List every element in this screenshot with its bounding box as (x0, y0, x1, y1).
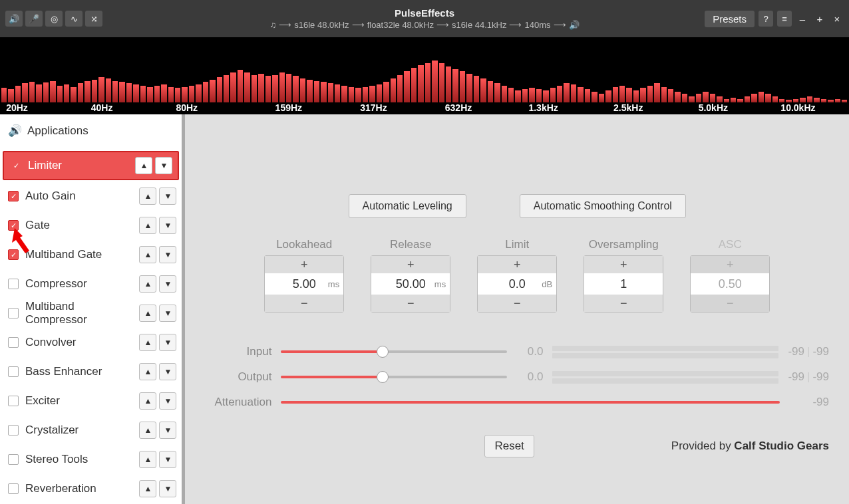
effect-row-bass-enhancer[interactable]: Bass Enhancer▲▼ (0, 357, 182, 386)
applications-header[interactable]: 🔊 Applications (0, 114, 182, 150)
spectrum-bar (807, 96, 812, 102)
decrement-button[interactable]: − (584, 295, 663, 312)
effect-checkbox[interactable] (8, 425, 19, 436)
spectrum-bar (22, 83, 27, 102)
pipeline-status: ♫⟶ s16le 48.0kHz⟶ float32le 48.0kHz⟶ s16… (269, 20, 579, 30)
move-up-button[interactable]: ▲ (139, 275, 156, 293)
param-value[interactable]: 50.00ms (371, 273, 450, 295)
move-down-button[interactable]: ▼ (159, 422, 176, 439)
spectrum-bar (418, 65, 423, 102)
move-down-button[interactable]: ▼ (159, 188, 176, 205)
test-signal-icon[interactable]: ◎ (45, 11, 63, 27)
spectrum-bar (759, 92, 764, 102)
effect-checkbox[interactable] (8, 366, 19, 377)
param-value[interactable]: 1 (584, 273, 663, 295)
spectrum-bar (210, 80, 215, 102)
output-value: 0.0 (516, 370, 543, 384)
maximize-button[interactable]: + (813, 13, 826, 25)
move-down-button[interactable]: ▼ (159, 480, 176, 497)
reset-button[interactable]: Reset (484, 435, 534, 457)
decrement-button[interactable]: − (478, 295, 556, 312)
help-icon[interactable]: ? (759, 11, 773, 27)
effect-checkbox[interactable] (8, 279, 19, 289)
effect-row-reverberation[interactable]: Reverberation▲▼ (0, 474, 182, 503)
move-down-button[interactable]: ▼ (159, 363, 176, 380)
param-value[interactable]: 0.0dB (478, 273, 556, 295)
shuffle-icon[interactable]: ⤮ (85, 11, 102, 27)
effect-checkbox[interactable]: ✓ (8, 191, 19, 201)
presets-button[interactable]: Presets (705, 11, 755, 27)
close-button[interactable]: × (830, 13, 844, 25)
effect-row-compressor[interactable]: Compressor▲▼ (0, 269, 182, 299)
move-up-button[interactable]: ▲ (139, 334, 156, 351)
spectrum-bar (640, 88, 645, 102)
decrement-button[interactable]: − (371, 295, 450, 312)
move-down-button[interactable]: ▼ (155, 157, 172, 174)
param-spinner[interactable]: +1− (584, 255, 663, 313)
input-slider[interactable] (281, 350, 507, 353)
param-spinner[interactable]: +5.00ms− (264, 255, 344, 313)
effect-row-convolver[interactable]: Convolver▲▼ (0, 328, 182, 357)
spectrum-bar (1, 88, 7, 103)
effect-checkbox[interactable]: ✓ (8, 220, 19, 231)
menu-icon[interactable]: ≡ (777, 11, 792, 27)
move-up-button[interactable]: ▲ (139, 422, 156, 439)
spectrum-bar (363, 87, 368, 102)
move-up-button[interactable]: ▲ (139, 480, 156, 497)
effect-row-gate[interactable]: ✓Gate▲▼ (0, 211, 182, 240)
output-tab-icon[interactable]: 🔊 (5, 11, 23, 27)
effect-row-limiter[interactable]: ✓Limiter▲▼ (3, 151, 179, 180)
effect-checkbox[interactable] (8, 337, 19, 348)
effect-checkbox[interactable] (8, 308, 19, 318)
move-down-button[interactable]: ▼ (159, 305, 176, 322)
spectrum-bar (71, 87, 76, 102)
effect-row-exciter[interactable]: Exciter▲▼ (0, 386, 182, 416)
move-down-button[interactable]: ▼ (159, 275, 176, 293)
spectrum-bar (557, 86, 562, 102)
spectrum-bar (106, 78, 111, 102)
effect-checkbox[interactable]: ✓ (8, 249, 19, 260)
move-down-button[interactable]: ▼ (159, 392, 176, 410)
move-down-button[interactable]: ▼ (159, 334, 176, 351)
move-up-button[interactable]: ▲ (135, 157, 152, 174)
param-spinner[interactable]: +0.0dB− (477, 255, 557, 313)
waveform-icon[interactable]: ∿ (65, 11, 83, 27)
effect-checkbox[interactable]: ✓ (11, 160, 21, 171)
param-value[interactable]: 5.00ms (265, 273, 343, 295)
minimize-button[interactable]: – (796, 13, 809, 25)
move-down-button[interactable]: ▼ (159, 451, 176, 468)
increment-button[interactable]: + (478, 256, 556, 273)
increment-button[interactable]: + (265, 256, 343, 273)
effect-checkbox[interactable] (8, 454, 19, 465)
param-spinner[interactable]: +50.00ms− (371, 255, 450, 313)
effect-row-crystalizer[interactable]: Crystalizer▲▼ (0, 416, 182, 445)
effect-row-multiband-compressor[interactable]: Multiband Compressor▲▼ (0, 299, 182, 328)
spectrum-bar (682, 94, 687, 102)
automatic-leveling-button[interactable]: Automatic Leveling (349, 194, 466, 218)
effect-checkbox[interactable] (8, 483, 19, 494)
increment-button[interactable]: + (584, 256, 663, 273)
effect-checkbox[interactable] (8, 396, 19, 406)
spectrum-bar (335, 84, 340, 102)
move-up-button[interactable]: ▲ (139, 246, 156, 263)
move-up-button[interactable]: ▲ (139, 363, 156, 380)
increment-button[interactable]: + (371, 256, 450, 273)
move-down-button[interactable]: ▼ (159, 217, 176, 234)
effect-row-stereo-tools[interactable]: Stereo Tools▲▼ (0, 445, 182, 474)
input-tab-icon[interactable]: 🎤 (25, 11, 43, 27)
automatic-smoothing-button[interactable]: Automatic Smoothing Control (520, 194, 686, 218)
move-down-button[interactable]: ▼ (159, 246, 176, 263)
spectrum-bar (252, 75, 257, 102)
effect-row-auto-gain[interactable]: ✓Auto Gain▲▼ (0, 182, 182, 211)
move-up-button[interactable]: ▲ (139, 217, 156, 234)
move-up-button[interactable]: ▲ (139, 392, 156, 410)
move-up-button[interactable]: ▲ (139, 451, 156, 468)
spectrum-bar (668, 89, 673, 102)
move-up-button[interactable]: ▲ (139, 305, 156, 322)
effect-row-multiband-gate[interactable]: ✓Multiband Gate▲▼ (0, 240, 182, 269)
decrement-button[interactable]: − (265, 295, 343, 312)
spectrum-bar (564, 83, 569, 102)
attenuation-label: Attenuation (205, 396, 271, 409)
move-up-button[interactable]: ▲ (139, 188, 156, 205)
output-slider[interactable] (281, 376, 507, 378)
